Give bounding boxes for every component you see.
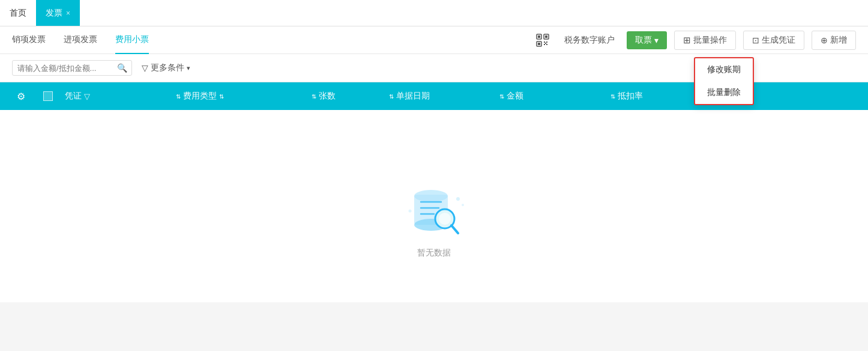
filter-funnel-icon: ▽ bbox=[142, 63, 148, 73]
tab-sales-invoice[interactable]: 销项发票 bbox=[12, 26, 46, 54]
expense-type-sort[interactable]: ⇅ bbox=[219, 93, 224, 100]
date-sort[interactable]: ⇅ bbox=[389, 93, 394, 100]
search-icon: 🔍 bbox=[117, 63, 127, 73]
invoice-tab[interactable]: 发票 × bbox=[36, 0, 80, 26]
svg-rect-9 bbox=[546, 44, 547, 45]
count-sort[interactable]: ⇅ bbox=[312, 93, 316, 100]
gear-icon[interactable]: ⚙ bbox=[17, 91, 25, 102]
search-input-wrap[interactable]: 🔍 bbox=[12, 60, 132, 76]
more-filters-arrow: ▾ bbox=[187, 64, 190, 72]
batch-ops-button[interactable]: ⊞ 批量操作 bbox=[674, 31, 736, 50]
th-amount: ⇅ 金额 bbox=[495, 91, 606, 102]
svg-point-22 bbox=[409, 210, 412, 213]
amount-sort[interactable]: ⇅ bbox=[499, 93, 504, 100]
qr-code-icon[interactable] bbox=[533, 31, 552, 50]
dropdown-modify-period[interactable]: 修改账期 bbox=[695, 58, 753, 81]
empty-icon bbox=[398, 178, 470, 238]
svg-rect-6 bbox=[544, 41, 545, 43]
take-ticket-button[interactable]: 取票 ▾ bbox=[627, 31, 667, 49]
select-all-checkbox[interactable] bbox=[43, 91, 53, 101]
tax-account-button[interactable]: 税务数字账户 bbox=[559, 35, 619, 46]
home-tab[interactable]: 首页 bbox=[0, 0, 36, 26]
invoice-tab-label: 发票 bbox=[46, 8, 62, 19]
batch-ops-icon: ⊞ bbox=[683, 35, 691, 46]
sub-nav-right: 税务数字账户 取票 ▾ ⊞ 批量操作 ⊡ 生成凭证 ⊕ 新增 修改账期 批量删除 bbox=[533, 31, 856, 50]
svg-rect-3 bbox=[545, 35, 547, 38]
empty-state-text: 暂无数据 bbox=[417, 248, 451, 258]
batch-ops-dropdown: 修改账期 批量删除 bbox=[694, 57, 754, 105]
th-count: ⇅ 张数 bbox=[307, 91, 384, 102]
sub-nav-left: 销项发票 进项发票 费用小票 bbox=[12, 26, 149, 54]
deduct-rate-sort[interactable]: ⇅ bbox=[610, 93, 615, 100]
svg-point-20 bbox=[456, 197, 460, 201]
th-settings[interactable]: ⚙ bbox=[6, 91, 36, 102]
tab-input-invoice[interactable]: 进项发票 bbox=[64, 26, 97, 54]
svg-rect-1 bbox=[538, 35, 540, 38]
svg-rect-7 bbox=[546, 41, 547, 43]
top-nav: 首页 发票 × bbox=[0, 0, 868, 26]
th-date: ⇅ 单据日期 bbox=[384, 91, 495, 102]
svg-point-18 bbox=[439, 213, 451, 225]
gen-voucher-button[interactable]: ⊡ 生成凭证 bbox=[743, 31, 804, 50]
gen-voucher-label: 生成凭证 bbox=[762, 35, 795, 46]
svg-point-21 bbox=[462, 204, 464, 206]
take-ticket-arrow: ▾ bbox=[654, 35, 659, 45]
sort-icon-left: ⇅ bbox=[176, 93, 181, 100]
voucher-filter-icon[interactable]: ▽ bbox=[84, 92, 90, 101]
dropdown-batch-delete[interactable]: 批量删除 bbox=[695, 81, 753, 104]
svg-rect-8 bbox=[544, 44, 545, 45]
invoice-tab-close[interactable]: × bbox=[66, 9, 70, 17]
th-voucher: 凭证 ▽ bbox=[60, 91, 171, 102]
take-ticket-label: 取票 bbox=[635, 35, 652, 46]
tab-expense-receipt[interactable]: 费用小票 bbox=[115, 26, 149, 54]
add-button[interactable]: ⊕ 新增 bbox=[812, 31, 856, 50]
svg-rect-5 bbox=[538, 43, 540, 45]
batch-ops-label: 批量操作 bbox=[693, 35, 727, 46]
svg-rect-10 bbox=[545, 43, 546, 44]
empty-state: 暂无数据 bbox=[0, 110, 868, 302]
add-label: 新增 bbox=[830, 35, 847, 46]
more-filters-button[interactable]: ▽ 更多条件 ▾ bbox=[142, 63, 190, 73]
sub-nav: 销项发票 进项发票 费用小票 税务数字账户 bbox=[0, 26, 868, 54]
search-input[interactable] bbox=[17, 64, 113, 73]
svg-line-19 bbox=[451, 225, 458, 233]
add-icon: ⊕ bbox=[821, 35, 828, 45]
th-expense-type: ⇅ 费用类型 ⇅ bbox=[171, 91, 307, 102]
th-checkbox[interactable] bbox=[36, 91, 60, 101]
more-filters-label: 更多条件 bbox=[151, 63, 184, 73]
th-deduct-rate: ⇅ 抵扣率 bbox=[606, 91, 699, 102]
gen-voucher-icon: ⊡ bbox=[752, 35, 759, 45]
